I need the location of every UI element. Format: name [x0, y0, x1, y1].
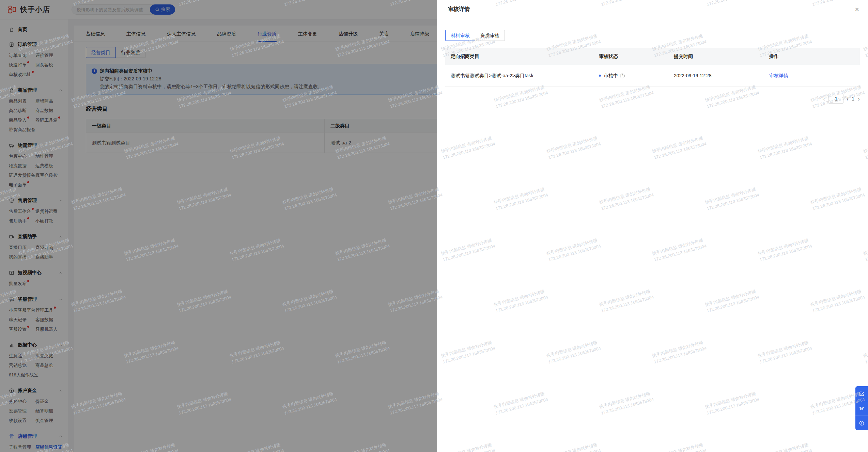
audit-detail-link[interactable]: 审核详情	[769, 73, 788, 78]
total-pages: 1	[852, 96, 854, 102]
category-cell: 测试书籍测试类目>测试-aa-2>类目task	[445, 65, 593, 87]
page-input[interactable]: 1	[828, 94, 843, 104]
column-header: 操作	[764, 48, 860, 65]
column-header: 定向招商类目	[445, 48, 593, 65]
audit-table: 定向招商类目 审核状态 提交时间 操作 测试书籍测试类目>测试-aa-2>类目t…	[445, 48, 860, 87]
drawer-header: 审核详情 ×	[437, 0, 868, 19]
drawer-title: 审核详情	[448, 6, 470, 13]
drawer-tabs: 材料审核 资质审核	[445, 30, 860, 41]
table-header-row: 定向招商类目 审核状态 提交时间 操作	[445, 48, 860, 65]
audit-detail-drawer: 审核详情 × 材料审核 资质审核 定向招商类目 审核状态 提交时间 操作 测试书…	[437, 0, 868, 452]
status-dot	[599, 75, 601, 77]
table-row: 测试书籍测试类目>测试-aa-2>类目task 审核中? 2022-09-19 …	[445, 65, 860, 87]
help-alert-button[interactable]	[855, 416, 868, 430]
learning-center-button[interactable]	[855, 401, 868, 416]
close-icon[interactable]: ×	[855, 6, 859, 13]
drawer-body: 材料审核 资质审核 定向招商类目 审核状态 提交时间 操作 测试书籍测试类目>测…	[437, 19, 868, 104]
column-header: 提交时间	[668, 48, 764, 65]
pagination: ‹ 1 / 1 ›	[445, 94, 860, 104]
help-icon[interactable]: ?	[620, 74, 625, 78]
column-header: 审核状态	[593, 48, 668, 65]
tab-material-audit[interactable]: 材料审核	[445, 30, 475, 41]
app-root: 快手小店 搜索 首页 订单管理	[0, 0, 868, 452]
status-text: 审核中	[604, 73, 618, 78]
edit-icon	[859, 391, 865, 396]
status-cell: 审核中?	[593, 65, 668, 87]
graduation-cap-icon	[859, 406, 865, 411]
next-page-icon[interactable]: ›	[858, 95, 860, 103]
tab-qualification-audit[interactable]: 资质审核	[475, 30, 505, 41]
time-cell: 2022-09-19 12:28	[668, 65, 764, 87]
floating-toolbar	[855, 386, 868, 430]
feedback-edit-button[interactable]	[855, 386, 868, 401]
exclamation-circle-icon	[859, 420, 865, 426]
prev-page-icon[interactable]: ‹	[823, 95, 825, 103]
